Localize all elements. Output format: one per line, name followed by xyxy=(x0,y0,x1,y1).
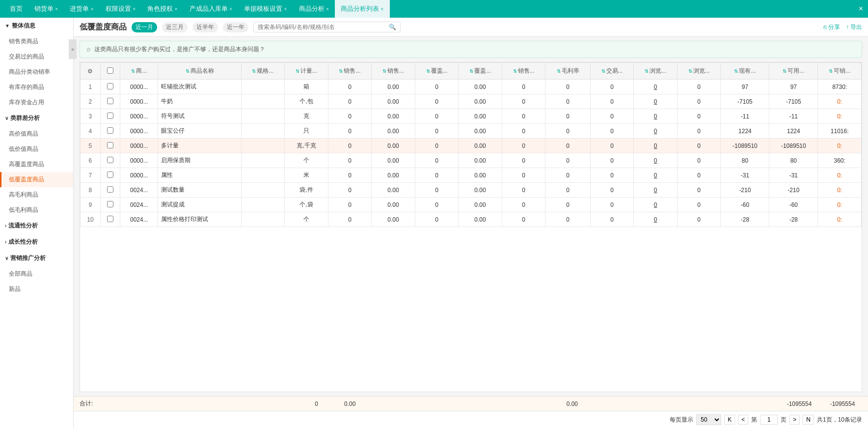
row-gross-rate: 0 xyxy=(545,168,591,183)
col-trans-count[interactable]: ⇅交易... xyxy=(590,63,634,80)
nav-goods-analysis-list-close[interactable]: × xyxy=(380,6,383,12)
sidebar-section-circulation[interactable]: › 流通性分析 xyxy=(0,218,73,234)
col-sales-amt[interactable]: ⇅销售... xyxy=(372,63,415,80)
col-sale-stock[interactable]: ⇅可销... xyxy=(818,63,862,80)
row-current-stock: -210 xyxy=(721,183,769,198)
row-avail-stock: -28 xyxy=(769,212,818,227)
nav-home[interactable]: 首页 xyxy=(4,0,28,18)
nav-goods-analysis-list[interactable]: 商品分析列表 × xyxy=(335,0,389,18)
col-unit[interactable]: ⇅计量... xyxy=(285,63,328,80)
export-icon: ↑ xyxy=(846,24,849,30)
select-all-checkbox[interactable] xyxy=(107,67,113,74)
sidebar-item-low-value[interactable]: 低价值商品 xyxy=(0,142,73,157)
nav-role-close[interactable]: × xyxy=(174,6,177,12)
col-checkbox[interactable] xyxy=(100,63,120,80)
period-btn-3month[interactable]: 近三月 xyxy=(162,22,188,32)
sidebar-item-high-margin[interactable]: 高毛利商品 xyxy=(0,187,73,202)
row-unit: 个,包 xyxy=(285,94,328,109)
row-checkbox[interactable] xyxy=(100,198,120,212)
nav-template[interactable]: 单据模板设置 × xyxy=(238,0,293,18)
share-button[interactable]: ⎋ 分享 xyxy=(823,23,840,31)
last-page-button[interactable]: N xyxy=(803,415,814,425)
nav-sales[interactable]: 销货单 × xyxy=(28,0,64,18)
row-checkbox[interactable] xyxy=(100,94,120,109)
sidebar-item-high-coverage[interactable]: 高覆盖度商品 xyxy=(0,157,73,172)
col-name[interactable]: ⇅商品名称 xyxy=(158,63,241,80)
col-sales-qty[interactable]: ⇅销售... xyxy=(328,63,372,80)
col-spec[interactable]: ⇅规格... xyxy=(241,63,285,80)
nav-purchase-close[interactable]: × xyxy=(90,6,93,12)
sidebar-section-marketing[interactable]: ∨ 营销推广分析 xyxy=(0,250,73,266)
page-input[interactable] xyxy=(760,415,778,425)
period-btn-halfyear[interactable]: 近半年 xyxy=(192,22,218,32)
col-cover-rate[interactable]: ⇅覆盖... xyxy=(459,63,502,80)
col-code[interactable]: ⇅商... xyxy=(120,63,158,80)
row-sales-period: 0 xyxy=(502,94,545,109)
sidebar-item-stock-capital[interactable]: 库存资金占用 xyxy=(0,95,73,110)
prev-page-button[interactable]: < xyxy=(738,415,748,425)
col-settings[interactable]: ⚙ xyxy=(81,63,101,80)
col-sales-period[interactable]: ⇅销售... xyxy=(502,63,545,80)
row-num: 9 xyxy=(81,198,101,212)
sidebar-item-traded-goods[interactable]: 交易过的商品 xyxy=(0,49,73,64)
row-checkbox[interactable] xyxy=(100,80,120,94)
window-close-button[interactable]: × xyxy=(859,4,863,13)
row-checkbox[interactable] xyxy=(100,168,120,183)
total-sales-amt: 0.00 xyxy=(335,400,365,407)
nav-permission-close[interactable]: × xyxy=(133,6,136,12)
col-avail-stock[interactable]: ⇅可用... xyxy=(769,63,818,80)
sidebar-item-low-coverage[interactable]: 低覆盖度商品 xyxy=(0,172,73,187)
nav-sales-close[interactable]: × xyxy=(55,6,58,12)
sidebar-item-stocked-goods[interactable]: 有库存的商品 xyxy=(0,80,73,95)
first-page-button[interactable]: K xyxy=(724,415,735,425)
sidebar-section-cluster[interactable]: ∨ 类群差分析 xyxy=(0,110,73,126)
next-page-button[interactable]: > xyxy=(789,415,800,425)
page-label: 第 xyxy=(751,416,757,424)
row-checkbox[interactable] xyxy=(100,183,120,198)
sidebar-section-overall[interactable]: ▼ 整体信息 xyxy=(0,18,73,34)
row-sales-qty: 0 xyxy=(328,124,372,139)
nav-purchase[interactable]: 进货单 × xyxy=(64,0,99,18)
sidebar-item-sales-goods[interactable]: 销售类商品 xyxy=(0,34,73,49)
nav-role[interactable]: 角色授权 × xyxy=(141,0,183,18)
row-checkbox[interactable] xyxy=(100,153,120,168)
row-sale-stock: 0: xyxy=(818,183,862,198)
sidebar-item-high-value[interactable]: 高价值商品 xyxy=(0,126,73,142)
nav-goods-analysis[interactable]: 商品分析 × xyxy=(293,0,335,18)
row-sales-amt: 0.00 xyxy=(372,80,415,94)
row-checkbox[interactable] xyxy=(100,124,120,139)
row-current-stock: -7105 xyxy=(721,94,769,109)
search-input[interactable] xyxy=(258,24,387,30)
export-button[interactable]: ↑ 导出 xyxy=(846,23,862,31)
row-checkbox[interactable] xyxy=(100,212,120,227)
nav-permission[interactable]: 权限设置 × xyxy=(100,0,141,18)
row-sale-stock: 11016: xyxy=(818,124,862,139)
nav-template-close[interactable]: × xyxy=(284,6,287,12)
col-browse-count[interactable]: ⇅浏览... xyxy=(634,63,678,80)
sidebar-item-low-margin[interactable]: 低毛利商品 xyxy=(0,202,73,218)
nav-product-inbound-close[interactable]: × xyxy=(229,6,232,12)
search-box[interactable]: 🔍 xyxy=(253,22,401,32)
col-gross-rate[interactable]: ⇅毛利率 xyxy=(545,63,591,80)
row-checkbox[interactable] xyxy=(100,139,120,153)
sidebar-item-category-rate[interactable]: 商品分类动销率 xyxy=(0,64,73,80)
col-browse-rate[interactable]: ⇅浏览... xyxy=(677,63,721,80)
main-layout: ▼ 整体信息 销售类商品 交易过的商品 商品分类动销率 有库存的商品 库存资金占… xyxy=(0,18,868,428)
nav-goods-analysis-close[interactable]: × xyxy=(326,6,329,12)
row-checkbox[interactable] xyxy=(100,109,120,124)
sidebar-collapse-button[interactable]: « xyxy=(69,39,77,59)
sidebar-item-all-goods[interactable]: 全部商品 xyxy=(0,266,73,282)
row-code: 0000... xyxy=(120,80,158,94)
col-cover-amt[interactable]: ⇅覆盖... xyxy=(415,63,459,80)
sidebar-item-new-goods[interactable]: 新品 xyxy=(0,282,73,297)
row-spec xyxy=(241,153,285,168)
row-current-stock: 97 xyxy=(721,80,769,94)
sidebar-section-growth[interactable]: › 成长性分析 xyxy=(0,234,73,250)
per-page-select[interactable]: 50 20 100 200 xyxy=(696,414,721,425)
period-btn-1month[interactable]: 近一月 xyxy=(132,22,157,32)
nav-product-inbound[interactable]: 产成品入库单 × xyxy=(184,0,238,18)
row-name: 符号测试 xyxy=(158,109,241,124)
col-current-stock[interactable]: ⇅现有... xyxy=(721,63,769,80)
period-btn-1year[interactable]: 近一年 xyxy=(223,22,248,32)
table-row: 3 0000... 符号测试 克 0 0.00 0 0.00 0 0 0 0 0… xyxy=(81,109,862,124)
